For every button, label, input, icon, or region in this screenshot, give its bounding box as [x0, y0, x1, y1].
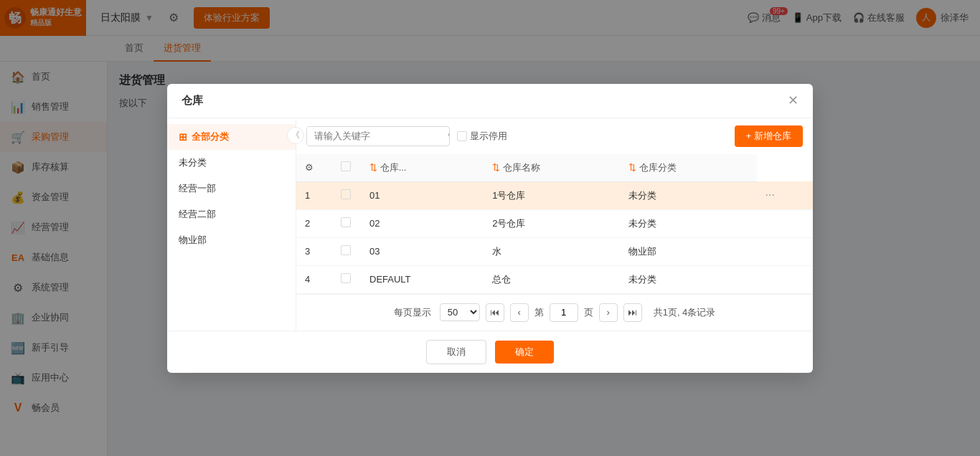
sort-icon-name: ⇅	[492, 162, 500, 173]
grid-icon: ⊞	[179, 131, 187, 143]
category-item-ops1[interactable]: 经营一部	[167, 176, 296, 201]
row-name: 2号仓库	[484, 209, 620, 237]
next-page-button[interactable]: ›	[599, 303, 618, 322]
row-code: 03	[361, 237, 484, 265]
row-category: 物业部	[620, 237, 756, 265]
row-select-checkbox[interactable]	[341, 189, 351, 199]
dialog-body: 《 ⊞ 全部分类 未分类 经营一部 经营二部 物业部	[167, 118, 813, 331]
collapse-button[interactable]: 《	[287, 127, 304, 144]
show-disabled-checkbox[interactable]	[457, 131, 467, 141]
category-sidebar: 《 ⊞ 全部分类 未分类 经营一部 经营二部 物业部	[167, 118, 296, 331]
search-box: 🔍	[306, 126, 450, 146]
settings-col-icon: ⚙	[305, 162, 314, 173]
table-row[interactable]: 2 02 2号仓库 未分类	[296, 209, 813, 237]
confirm-button[interactable]: 确定	[495, 341, 554, 364]
table-area: 🔍 显示停用 + 新增仓库	[296, 118, 813, 331]
category-item-ops2[interactable]: 经营二部	[167, 201, 296, 227]
per-page-select[interactable]: 50 10 20 100	[440, 303, 480, 321]
search-icon[interactable]: 🔍	[442, 127, 450, 146]
close-icon[interactable]: ✕	[788, 94, 798, 107]
cancel-button[interactable]: 取消	[426, 340, 486, 364]
page-unit: 页	[584, 306, 593, 319]
category-item-all[interactable]: ⊞ 全部分类	[167, 124, 296, 150]
warehouse-table: ⚙ ⇅ 仓库... ⇅	[296, 154, 813, 294]
first-page-button[interactable]: ⏮	[486, 303, 504, 322]
last-page-button[interactable]: ⏭	[623, 303, 642, 322]
row-checkbox[interactable]	[332, 265, 361, 293]
table-toolbar: 🔍 显示停用 + 新增仓库	[296, 118, 813, 154]
row-code: DEFAULT	[361, 265, 484, 293]
row-category: 未分类	[620, 265, 756, 293]
select-all-checkbox[interactable]	[341, 161, 351, 171]
table-row[interactable]: 4 DEFAULT 总仓 未分类	[296, 265, 813, 293]
row-index: 4	[296, 265, 332, 293]
row-actions-icon[interactable]: ···	[765, 189, 775, 201]
category-item-uncategorized[interactable]: 未分类	[167, 150, 296, 176]
row-category: 未分类	[620, 209, 756, 237]
row-index: 1	[296, 181, 332, 209]
row-checkbox[interactable]	[332, 237, 361, 265]
dialog-title: 仓库	[182, 94, 203, 108]
row-select-checkbox[interactable]	[341, 245, 351, 255]
row-select-checkbox[interactable]	[341, 273, 351, 283]
category-item-property[interactable]: 物业部	[167, 227, 296, 253]
row-index: 2	[296, 209, 332, 237]
data-table: ⚙ ⇅ 仓库... ⇅	[296, 154, 813, 294]
show-disabled-label[interactable]: 显示停用	[457, 130, 507, 143]
dialog-footer: 取消 确定	[167, 331, 813, 373]
col-name[interactable]: ⇅ 仓库名称	[484, 154, 620, 182]
search-input[interactable]	[307, 127, 442, 145]
col-checkbox	[332, 154, 361, 182]
sort-icon-category: ⇅	[628, 162, 636, 173]
dialog-overlay: 仓库 ✕ 《 ⊞ 全部分类 未分类 经营一部 经营二部	[0, 0, 980, 456]
table-row[interactable]: 3 03 水 物业部	[296, 237, 813, 265]
row-checkbox[interactable]	[332, 181, 361, 209]
table-row[interactable]: 1 01 1号仓库 未分类 ···	[296, 181, 813, 209]
row-code: 01	[361, 181, 484, 209]
row-name: 1号仓库	[484, 181, 620, 209]
table-toolbar-left: 🔍 显示停用	[306, 126, 507, 146]
warehouse-dialog: 仓库 ✕ 《 ⊞ 全部分类 未分类 经营一部 经营二部	[167, 84, 813, 373]
row-select-checkbox[interactable]	[341, 217, 351, 227]
row-code: 02	[361, 209, 484, 237]
add-warehouse-button[interactable]: + 新增仓库	[735, 125, 803, 147]
row-name: 总仓	[484, 265, 620, 293]
page-label: 第	[534, 306, 544, 319]
col-category[interactable]: ⇅ 仓库分类	[620, 154, 756, 182]
col-code[interactable]: ⇅ 仓库...	[361, 154, 484, 182]
dialog-header: 仓库 ✕	[167, 84, 813, 118]
row-index: 3	[296, 237, 332, 265]
pagination: 每页显示 50 10 20 100 ⏮ ‹ 第 页 › ⏭ 共1页, 4条记录	[296, 294, 813, 331]
sort-icon-code: ⇅	[369, 162, 377, 173]
total-info: 共1页, 4条记录	[654, 306, 716, 319]
row-name: 水	[484, 237, 620, 265]
row-checkbox[interactable]	[332, 209, 361, 237]
row-category: 未分类	[620, 181, 756, 209]
per-page-label: 每页显示	[394, 306, 431, 319]
page-number-input[interactable]	[550, 303, 578, 322]
prev-page-button[interactable]: ‹	[510, 303, 529, 322]
col-settings: ⚙	[296, 154, 332, 182]
